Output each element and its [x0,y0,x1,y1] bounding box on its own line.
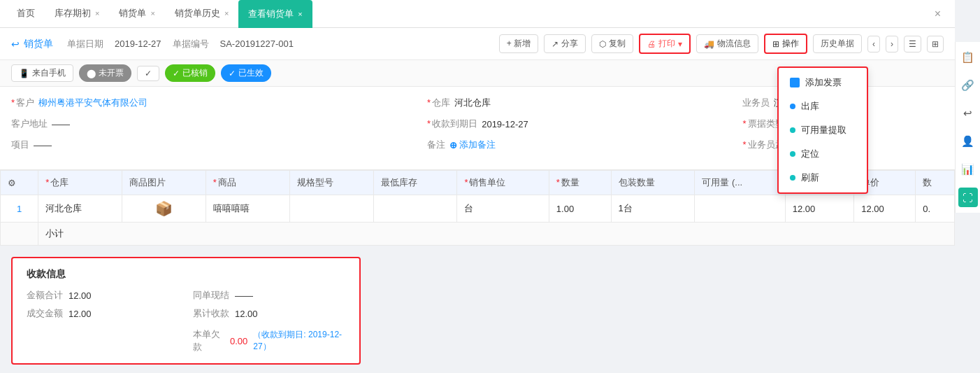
share-icon: ↗ [552,39,559,49]
history-button[interactable]: 历史单据 [813,34,862,53]
total-row: 金额合计 12.00 [27,289,179,302]
tab-inventory[interactable]: 库存期初 × [45,0,109,28]
sidebar-icon-1[interactable]: 📋 [958,48,978,67]
col-gear: ⚙ [1,171,38,195]
note-field: 备注 ⊕ 添加备注 [427,139,728,151]
print-icon: 🖨 [647,39,656,49]
effective-tag: ✓ 已生效 [221,64,271,82]
payment-grid: 金额合计 12.00 同单现结 —— 成交金额 12.00 累计收款 12.00… [27,289,345,353]
grid-view-button[interactable]: ⊞ [927,36,944,52]
total-value: 12.00 [69,290,92,301]
share-button[interactable]: ↗ 分享 [544,34,586,53]
meta-date-label: 单据日期 [67,38,103,50]
add-invoice-label: 添加发票 [805,76,842,89]
col-product: *商品 [206,171,289,195]
not-open-label: 未开票 [99,67,124,79]
dropdown-outbound[interactable]: 出库 [779,94,867,118]
address-field: 客户地址 —— [11,118,413,130]
operations-dropdown: 添加发票 出库 可用量提取 定位 刷新 [777,66,868,194]
from-phone-button[interactable]: 📱 来自手机 [11,64,73,82]
confirm-button[interactable]: ✓ [137,66,159,81]
deal-amount-row: 成交金额 12.00 [27,307,179,320]
copy-button[interactable]: ⬡ 复制 [591,34,633,53]
address-label: 客户地址 [11,118,48,130]
dropdown-refresh[interactable]: 刷新 [779,166,867,190]
project-value: —— [34,140,52,150]
sidebar-icon-3[interactable]: ↩ [958,104,978,123]
warehouse-field: *仓库 河北仓库 [427,97,728,109]
deal-amount-label: 成交金额 [27,307,63,320]
same-settle-label: 同单现结 [193,289,229,302]
customer-value[interactable]: 柳州粤港平安气体有限公司 [38,97,147,109]
confirmed-tag: ✓ 已核销 [165,64,215,82]
history-label: 历史单据 [821,38,854,50]
tab-sales-history[interactable]: 销货单历史 × [165,0,238,28]
refresh-dot-icon [790,175,795,181]
sidebar-icon-5[interactable]: 📊 [958,160,978,179]
tab-inventory-close[interactable]: × [95,9,99,17]
available-extract-label: 可用量提取 [801,124,846,136]
copy-label: 复制 [609,38,626,50]
doc-actions: + 新增 ↗ 分享 ⬡ 复制 🖨 打印 ▾ 🚚 物流信息 ⊞ 操作 [499,34,944,54]
tab-home[interactable]: 首页 [7,0,45,28]
tab-inventory-label: 库存期初 [55,7,91,20]
row-amount: 0. [916,195,955,223]
row-pack-qty: 1台 [611,195,695,223]
prev-button[interactable]: ‹ [867,36,880,52]
sidebar-icon-2[interactable]: 🔗 [958,76,978,95]
add-button[interactable]: + 新增 [499,34,538,53]
warehouse-label: *仓库 [427,97,450,109]
customer-label: *客户 [11,97,34,109]
row-warehouse: 河北仓库 [38,195,122,223]
col-unit: *销售单位 [457,171,549,195]
confirmed-label: 已核销 [182,67,208,79]
dropdown-add-invoice[interactable]: 添加发票 [779,71,867,94]
print-button[interactable]: 🖨 打印 ▾ [639,34,691,54]
due-date-label: *收款到期日 [427,118,477,130]
row-image: 📦 [122,195,206,223]
print-label: 打印 [658,38,675,50]
tab-view-sales-close[interactable]: × [298,10,302,18]
col-spec: 规格型号 [289,171,373,195]
not-open-button[interactable]: ⬤ 未开票 [79,64,131,82]
operations-button[interactable]: ⊞ 操作 [764,34,807,54]
col-amount: 数 [916,171,955,195]
logistics-button[interactable]: 🚚 物流信息 [696,34,758,53]
staff-label: 业务员 [742,97,770,109]
tab-sales[interactable]: 销货单 × [109,0,164,28]
due-date-value: 2019-12-27 [482,119,528,129]
payment-title: 收款信息 [27,268,345,281]
next-button[interactable]: › [886,36,898,52]
tab-sales-history-close[interactable]: × [224,9,229,17]
sidebar-icon-4[interactable]: 👤 [958,132,978,151]
add-note-button[interactable]: ⊕ 添加备注 [449,139,496,151]
cumulative-value: 12.00 [235,309,258,319]
window-close-button[interactable]: × [928,8,948,20]
effective-label: 已生效 [238,67,264,79]
row-price: 12.00 [854,195,916,223]
address-value: —— [52,119,70,129]
row-spec [289,195,373,223]
list-view-button[interactable]: ☰ [904,36,921,52]
meta-no-label: 单据编号 [173,38,209,50]
row-qty: 1.00 [549,195,611,223]
cumulative-row: 累计收款 12.00 [193,307,345,320]
warehouse-value: 河北仓库 [454,97,491,109]
dropdown-available-extract[interactable]: 可用量提取 [779,118,867,142]
dropdown-locate[interactable]: 定位 [779,142,867,166]
tab-sales-label: 销货单 [119,7,146,20]
sidebar-icon-6[interactable]: ⛶ [958,188,978,207]
same-settle-value: —— [235,290,253,301]
outbound-label: 出库 [801,100,819,113]
operations-label: 操作 [782,38,799,50]
tab-view-sales[interactable]: 查看销货单 × [238,0,312,28]
share-label: 分享 [561,38,578,50]
project-field: 项目 —— [11,139,413,151]
doc-meta: 单据日期 2019-12-27 单据编号 SA-20191227-001 [67,38,294,50]
doc-header: ↩ 销货单 单据日期 2019-12-27 单据编号 SA-20191227-0… [0,28,955,60]
product-image-icon: 📦 [155,201,173,216]
print-dropdown-arrow: ▾ [678,39,682,49]
tab-view-sales-label: 查看销货单 [248,8,294,20]
right-sidebar: 📋 🔗 ↩ 👤 📊 ⛶ [955,42,980,213]
tab-sales-close[interactable]: × [150,9,154,17]
